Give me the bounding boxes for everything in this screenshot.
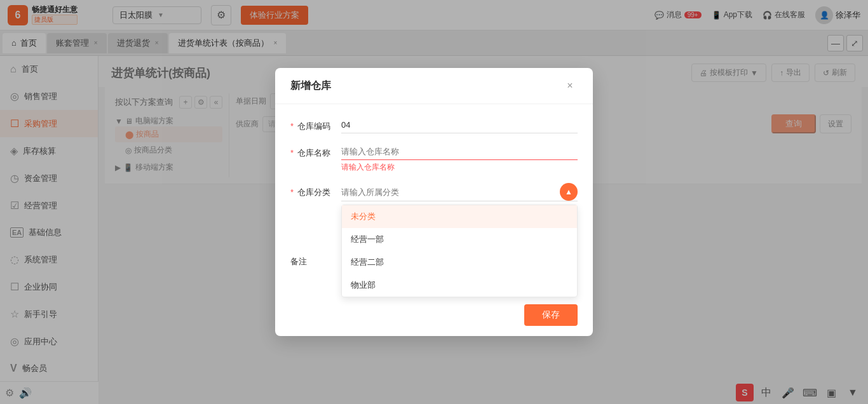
dropdown-option-dept1[interactable]: 经营一部 bbox=[342, 228, 577, 251]
modal: 新增仓库 × * 仓库编码 * 仓库名称 bbox=[275, 68, 593, 336]
name-error-msg: 请输入仓库名称 bbox=[341, 162, 578, 173]
form-row-code: * 仓库编码 bbox=[290, 117, 578, 133]
code-required: * bbox=[290, 121, 294, 131]
category-label: * 仓库分类 bbox=[290, 183, 341, 198]
category-dropdown-list: 未分类 经营一部 经营二部 物业部 bbox=[341, 205, 578, 297]
form-row-name: * 仓库名称 请输入仓库名称 bbox=[290, 144, 578, 173]
save-btn[interactable]: 保存 bbox=[524, 304, 578, 326]
form-row-category: * 仓库分类 ▲ 未分类 经营一部 经营二部 物业部 bbox=[290, 183, 578, 201]
close-icon: × bbox=[567, 80, 573, 91]
modal-close-btn[interactable]: × bbox=[562, 78, 578, 93]
code-input[interactable] bbox=[341, 117, 578, 133]
modal-body: * 仓库编码 * 仓库名称 bbox=[275, 104, 593, 284]
name-input[interactable] bbox=[341, 144, 578, 160]
code-input-wrap bbox=[341, 117, 578, 133]
category-dropdown-wrap: ▲ 未分类 经营一部 经营二部 物业部 bbox=[341, 183, 578, 201]
dropdown-option-uncategorized[interactable]: 未分类 bbox=[342, 205, 577, 228]
dropdown-option-property[interactable]: 物业部 bbox=[342, 274, 577, 297]
modal-title: 新增仓库 bbox=[290, 79, 331, 93]
modal-header: 新增仓库 × bbox=[275, 68, 593, 104]
dropdown-option-dept2[interactable]: 经营二部 bbox=[342, 251, 577, 274]
notes-label: 备注 bbox=[290, 252, 341, 267]
name-label: * 仓库名称 bbox=[290, 144, 341, 159]
name-required: * bbox=[290, 148, 294, 158]
modal-overlay: 新增仓库 × * 仓库编码 * 仓库名称 bbox=[0, 0, 868, 404]
modal-footer: 保存 bbox=[275, 294, 593, 336]
category-required: * bbox=[290, 187, 294, 197]
name-input-wrap bbox=[341, 144, 578, 160]
category-dropdown-toggle[interactable]: ▲ bbox=[560, 183, 578, 201]
category-input-row: ▲ bbox=[341, 183, 578, 201]
category-input[interactable] bbox=[341, 184, 560, 200]
code-label: * 仓库编码 bbox=[290, 117, 341, 132]
